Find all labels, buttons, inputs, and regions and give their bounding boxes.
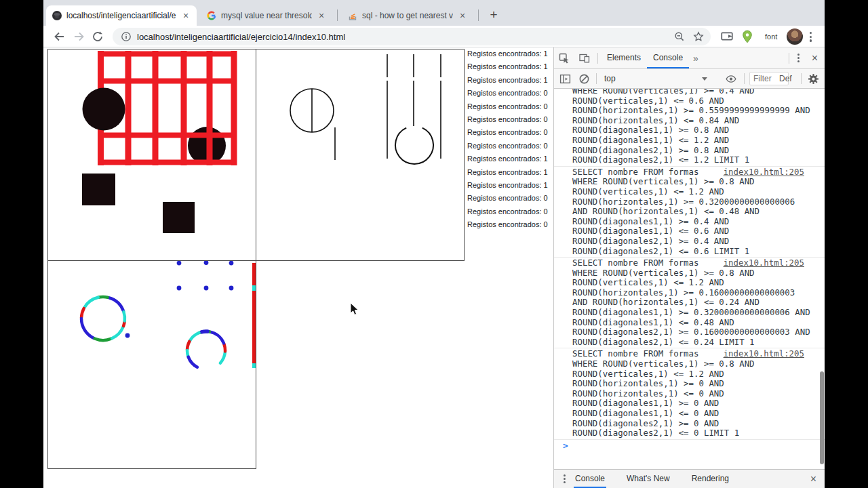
console-toolbar: top Filter Def	[554, 69, 825, 89]
console-message-line: ROUND(diagonales1,1) <= 0.6 AND	[554, 226, 825, 237]
canvas-line-drawings	[256, 49, 465, 261]
live-expression-eye-icon[interactable]	[725, 73, 737, 85]
profile-avatar[interactable]	[787, 28, 803, 45]
inspect-element-icon[interactable]	[559, 53, 570, 64]
divider	[744, 73, 745, 84]
console-message-line: ROUND(diagonales1,1) >= 0 AND	[554, 399, 825, 409]
tab-close-icon[interactable]: ×	[457, 10, 468, 21]
bookmark-star-icon[interactable]	[693, 31, 704, 42]
result-line: Registos encontrados: 1	[467, 166, 548, 179]
chevron-down-icon[interactable]	[702, 77, 707, 81]
outline-shapes	[256, 49, 464, 260]
result-line: Registos encontrados: 0	[467, 126, 548, 139]
browser-toolbar: localhost/inteligenciaartificial/ejercic…	[43, 26, 825, 47]
console-message-line: ROUND(diagonales2,1) >= 0 AND	[554, 419, 825, 429]
browser-window: localhost/inteligenciaartificial/e × mys…	[43, 0, 825, 488]
device-toolbar-icon[interactable]	[579, 53, 590, 64]
pin-extension-icon[interactable]	[741, 30, 754, 43]
source-link[interactable]: index10.html:205	[724, 349, 804, 359]
prompt-chevron-icon: >	[563, 441, 568, 451]
tab-title: sql - how to get nearest value f	[362, 11, 453, 20]
console-message-line: ROUND(diagonales1,1) >= 0.8 AND	[554, 125, 825, 136]
console-message-line: ROUND(horizontales,1) <= 0 AND	[554, 389, 825, 399]
console-prompt[interactable]: >	[554, 440, 825, 453]
console-message-line: ROUND(horizontales,1) >= 0 AND	[554, 379, 825, 389]
font-extension-button[interactable]: font	[765, 33, 777, 41]
tab-google-search[interactable]: mysql value near thresold - Bu ×	[201, 5, 332, 26]
divider	[596, 73, 597, 84]
console-message-line: ROUND(diagonales1,1) <= 0.48 AND	[554, 318, 825, 328]
console-message-line: AND ROUND(horizontales,1) <= 0.48 AND	[554, 207, 825, 217]
console-message-line: ROUND(diagonales2,1) <= 0.6 LIMIT 1	[554, 247, 825, 257]
console-message-line: SELECT nombre FROM formasindex10.html:20…	[554, 349, 825, 359]
console-message-line: ROUND(diagonales2,1) <= 1.2 LIMIT 1	[554, 155, 825, 165]
forward-icon[interactable]	[72, 30, 85, 43]
drawer-tab-whats-new[interactable]: What's New	[625, 470, 671, 488]
drawer-menu-icon[interactable]	[554, 474, 574, 483]
devtools-header: Elements Console » ×	[554, 47, 825, 69]
source-link[interactable]: index10.html:205	[724, 258, 804, 268]
clear-console-icon[interactable]	[578, 73, 590, 85]
result-line: Registos encontrados: 0	[467, 113, 548, 126]
screen-capture-extension-icon[interactable]	[720, 30, 734, 43]
result-line: Registos encontrados: 1	[467, 152, 548, 165]
context-selector[interactable]: top	[604, 74, 616, 83]
result-line: Registos encontrados: 0	[467, 205, 548, 218]
tab-console[interactable]: Console	[647, 47, 689, 68]
tab-close-icon[interactable]: ×	[180, 10, 191, 21]
page-info-icon[interactable]	[121, 31, 132, 42]
tab-stackoverflow[interactable]: sql - how to get nearest value f ×	[342, 5, 473, 26]
console-message: WHERE ROUND(verticales,1) >= 0.4 ANDROUN…	[554, 89, 825, 167]
console-scrollbar-thumb[interactable]	[820, 371, 824, 464]
result-line: Registos encontrados: 1	[467, 74, 548, 87]
tab-title: mysql value near thresold - Bu	[221, 11, 312, 20]
canvas-shapes-grid	[47, 49, 256, 261]
console-message-line: ROUND(horizontales,1) >= 0.1600000000000…	[554, 288, 825, 298]
console-message-line: WHERE ROUND(verticales,1) >= 0.4 AND	[554, 89, 825, 96]
more-tabs-icon[interactable]: »	[689, 53, 703, 64]
console-message-line: ROUND(verticales,1) <= 1.2 AND	[554, 187, 825, 197]
console-message-line: ROUND(horizontales,1) >= 0.3200000000000…	[554, 197, 825, 207]
stackoverflow-favicon-icon	[347, 10, 358, 21]
tab-divider	[337, 9, 338, 21]
zoom-indicator-icon[interactable]	[674, 31, 685, 42]
localhost-favicon-icon	[52, 10, 62, 21]
devtools-panel: Elements Console » ×	[553, 47, 825, 488]
result-line: Registos encontrados: 0	[467, 100, 548, 113]
console-message-line: SELECT nombre FROM formasindex10.html:20…	[554, 258, 825, 268]
new-tab-button[interactable]: +	[484, 6, 503, 25]
console-message-line: ROUND(diagonales1,1) >= 0.4 AND	[554, 217, 825, 227]
devtools-drawer: Console What's New Rendering ×	[554, 469, 825, 488]
devtools-menu-icon[interactable]	[792, 54, 805, 62]
tab-close-icon[interactable]: ×	[316, 10, 327, 21]
devtools-close-icon[interactable]: ×	[805, 52, 825, 64]
console-message-line: ROUND(horizontales,1) >= 0.5599999999999…	[554, 106, 825, 116]
console-message-line: ROUND(diagonales2,1) >= 0.8 AND	[554, 146, 825, 156]
url-text[interactable]: localhost/inteligenciaartificial/ejercic…	[137, 32, 345, 42]
chrome-menu-icon[interactable]	[810, 30, 812, 42]
drawer-tab-rendering[interactable]: Rendering	[690, 470, 730, 488]
tab-strip: localhost/inteligenciaartificial/e × mys…	[43, 0, 825, 26]
console-message: SELECT nombre FROM formasindex10.html:20…	[554, 258, 825, 348]
console-sidebar-icon[interactable]	[559, 73, 571, 85]
console-message-line: ROUND(verticales,1) <= 1.2 AND	[554, 278, 825, 288]
tab-elements[interactable]: Elements	[601, 47, 647, 68]
console-messages[interactable]: WHERE ROUND(verticales,1) >= 0.4 ANDROUN…	[554, 89, 825, 469]
console-message-line: WHERE ROUND(verticales,1) >= 0.8 AND	[554, 268, 825, 279]
source-link[interactable]: index10.html:205	[724, 167, 804, 178]
result-line: Registos encontrados: 1	[467, 47, 548, 60]
log-levels-dropdown[interactable]: Def	[779, 74, 800, 83]
console-message-line: ROUND(diagonales2,1) >= 0.4 AND	[554, 237, 825, 247]
reload-icon[interactable]	[91, 30, 104, 43]
drawer-tab-console[interactable]: Console	[574, 470, 606, 488]
back-icon[interactable]	[53, 30, 66, 43]
tab-title: localhost/inteligenciaartificial/e	[66, 11, 176, 20]
address-bar[interactable]: localhost/inteligenciaartificial/ejercic…	[113, 28, 711, 45]
mouse-cursor	[350, 302, 361, 317]
result-line: Registos encontrados: 0	[467, 192, 548, 205]
tab-localhost[interactable]: localhost/inteligenciaartificial/e ×	[46, 5, 197, 26]
settings-gear-icon[interactable]	[808, 73, 819, 85]
result-line: Registos encontrados: 0	[467, 218, 548, 231]
tab-divider	[478, 9, 479, 21]
drawer-close-icon[interactable]: ×	[802, 473, 825, 485]
